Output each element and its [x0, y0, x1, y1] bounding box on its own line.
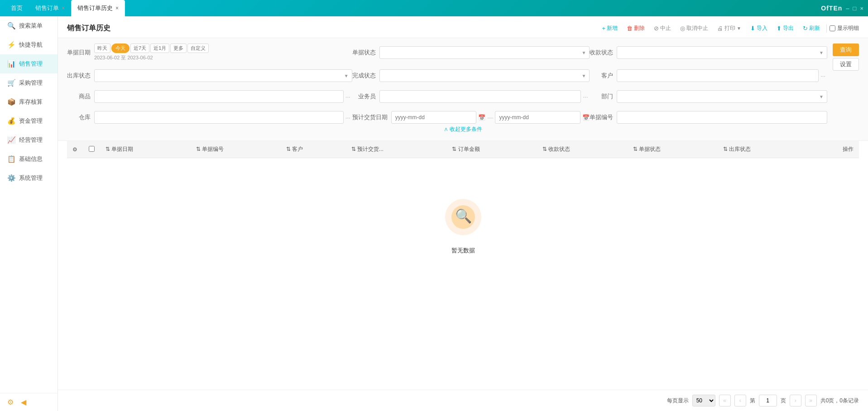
import-button[interactable]: ⬇ 导入 — [747, 23, 771, 34]
date-btn-more[interactable]: 更多 — [170, 44, 187, 53]
salesperson-label: 业务员 — [352, 92, 379, 101]
tab-sales-order-history[interactable]: 销售订单历史 × — [71, 0, 125, 16]
sidebar-item-inventory-label: 库存核算 — [19, 98, 43, 106]
sidebar-settings-icon[interactable]: ⚙ — [7, 398, 14, 406]
brand-label: OfTEn — [821, 5, 842, 12]
out-status-select[interactable] — [94, 69, 352, 82]
delete-icon: 🗑 — [627, 25, 633, 32]
date-btn-today[interactable]: 今天 — [111, 44, 129, 53]
print-label: 打印 — [724, 24, 735, 32]
sidebar-item-search-menu[interactable]: 🔍 搜索菜单 — [0, 16, 58, 35]
sidebar-item-quick-nav[interactable]: ⚡ 快捷导航 — [0, 35, 58, 54]
customer-input[interactable] — [617, 69, 819, 82]
payment-status-select[interactable] — [617, 46, 827, 59]
calendar-to-icon[interactable]: 📅 — [582, 114, 590, 121]
sidebar-item-purchase-mgmt-label: 采购管理 — [19, 79, 43, 87]
export-button[interactable]: ⬆ 导出 — [773, 23, 797, 34]
window-minimize-btn[interactable]: – — [846, 5, 849, 12]
cancel-stop-button[interactable]: ◎ 取消中止 — [676, 23, 712, 34]
export-label: 导出 — [783, 24, 794, 32]
calendar-from-icon[interactable]: 📅 — [478, 114, 485, 121]
col-bill-no-label: ⇅ 单据编号 — [196, 146, 224, 152]
col-expected-date[interactable]: ⇅ 预计交货... — [346, 141, 447, 158]
sidebar-item-basic-info-label: 基础信息 — [19, 155, 43, 163]
sidebar-item-inventory[interactable]: 📦 库存核算 — [0, 92, 58, 111]
date-btn-group: 昨天 今天 近7天 近1月 更多 自定义 — [94, 44, 209, 53]
last-page-btn[interactable]: » — [805, 395, 817, 406]
product-label: 商品 — [67, 92, 94, 101]
query-area: 单据日期 昨天 今天 近7天 近1月 更多 自定义 2 — [58, 38, 868, 141]
sidebar-item-sales-mgmt[interactable]: 📊 销售管理 — [0, 54, 58, 73]
tab-home[interactable]: 首页 — [5, 0, 29, 16]
window-maximize-btn[interactable]: □ — [853, 5, 857, 12]
bill-status-label: 单据状态 — [352, 48, 379, 57]
warehouse-label: 仓库 — [67, 113, 94, 121]
col-payment-status[interactable]: ⇅ 收款状态 — [537, 141, 628, 158]
department-select[interactable] — [617, 90, 827, 103]
date-btn-yesterday[interactable]: 昨天 — [94, 44, 110, 53]
col-bill-status[interactable]: ⇅ 单据状态 — [628, 141, 718, 158]
operations-icon: 📈 — [7, 136, 15, 144]
new-button[interactable]: + 新增 — [599, 23, 622, 34]
salesperson-input[interactable] — [379, 90, 581, 103]
sidebar-item-finance[interactable]: 💰 资金管理 — [0, 111, 58, 131]
col-customer-label: ⇅ 客户 — [286, 146, 303, 152]
window-close-btn[interactable]: × — [860, 5, 863, 12]
query-button[interactable]: 查询 — [833, 44, 859, 56]
bill-no-input[interactable] — [617, 111, 827, 124]
top-bar: 首页 销售订单 × 销售订单历史 × OfTEn – □ × — [0, 0, 868, 16]
refresh-label: 刷新 — [809, 24, 820, 32]
toolbar: + 新增 🗑 删除 ⊘ 中止 ◎ 取消中止 🖨 打印 — [599, 23, 859, 34]
print-button[interactable]: 🖨 打印 ▼ — [714, 23, 745, 34]
product-ellipsis-btn[interactable]: ··· — [344, 93, 352, 100]
salesperson-ellipsis-btn[interactable]: ··· — [581, 93, 590, 100]
col-date[interactable]: ⇅ 单据日期 — [100, 141, 191, 158]
data-table: ⚙ ⇅ 单据日期 ⇅ 单据编号 ⇅ 客户 ⇅ 预计交货... — [67, 141, 859, 158]
page-number-input[interactable] — [759, 395, 777, 406]
empty-state: 🔍 暂无数据 — [67, 158, 859, 291]
complete-status-select[interactable] — [379, 69, 590, 82]
col-date-label: ⇅ 单据日期 — [106, 146, 133, 152]
warehouse-ellipsis-btn[interactable]: ··· — [344, 114, 352, 121]
stop-button[interactable]: ⊘ 中止 — [650, 23, 675, 34]
next-page-btn[interactable]: › — [790, 395, 801, 406]
col-bill-no[interactable]: ⇅ 单据编号 — [191, 141, 281, 158]
col-amount[interactable]: ⇅ 订单金额 — [446, 141, 537, 158]
sidebar-item-system-mgmt[interactable]: ⚙️ 系统管理 — [0, 169, 58, 188]
tab-sales-order-close[interactable]: × — [62, 5, 65, 11]
refresh-button[interactable]: ↻ 刷新 — [799, 23, 824, 34]
complete-status-select-wrapper: ▼ — [379, 69, 590, 82]
collapse-row[interactable]: ∧ 收起更多条件 — [67, 124, 859, 135]
sidebar-item-basic-info[interactable]: 📋 基础信息 — [0, 150, 58, 169]
sidebar-collapse-icon[interactable]: ◀ — [21, 398, 26, 406]
content-area: 销售订单历史 + 新增 🗑 删除 ⊘ 中止 ◎ 取消中止 — [58, 16, 868, 411]
delete-button[interactable]: 🗑 删除 — [623, 23, 648, 34]
select-all-checkbox[interactable] — [89, 146, 95, 152]
col-settings[interactable]: ⚙ — [67, 141, 83, 158]
tab-sales-order[interactable]: 销售订单 × — [29, 0, 71, 16]
sidebar-item-purchase-mgmt[interactable]: 🛒 采购管理 — [0, 73, 58, 92]
col-out-status[interactable]: ⇅ 出库状态 — [718, 141, 808, 158]
expected-date-from-input[interactable] — [391, 111, 477, 124]
date-btn-last7[interactable]: 近7天 — [130, 44, 149, 53]
bill-status-select[interactable] — [379, 46, 590, 59]
query-complete-status-field: 完成状态 ▼ — [352, 69, 590, 82]
page-label-after: 页 — [781, 397, 786, 405]
show-detail-label[interactable]: 显示明细 — [830, 24, 859, 32]
tab-sales-order-history-close[interactable]: × — [115, 5, 119, 11]
prev-page-btn[interactable]: ‹ — [734, 395, 746, 406]
setting-button[interactable]: 设置 — [833, 58, 859, 71]
date-btn-last1m[interactable]: 近1月 — [150, 44, 169, 53]
sidebar-item-operations[interactable]: 📈 经营管理 — [0, 131, 58, 150]
warehouse-input[interactable] — [94, 111, 344, 124]
per-page-select[interactable]: 10 20 50 100 — [692, 395, 715, 406]
first-page-btn[interactable]: « — [719, 395, 731, 406]
date-btn-custom[interactable]: 自定义 — [187, 44, 209, 53]
expected-date-to-input[interactable] — [495, 111, 580, 124]
show-detail-checkbox[interactable] — [830, 25, 835, 31]
customer-ellipsis-btn[interactable]: ··· — [819, 73, 827, 79]
product-input[interactable] — [94, 90, 344, 103]
col-customer[interactable]: ⇅ 客户 — [281, 141, 345, 158]
col-checkbox[interactable] — [83, 141, 100, 158]
tab-sales-order-history-label: 销售订单历史 — [77, 4, 113, 12]
